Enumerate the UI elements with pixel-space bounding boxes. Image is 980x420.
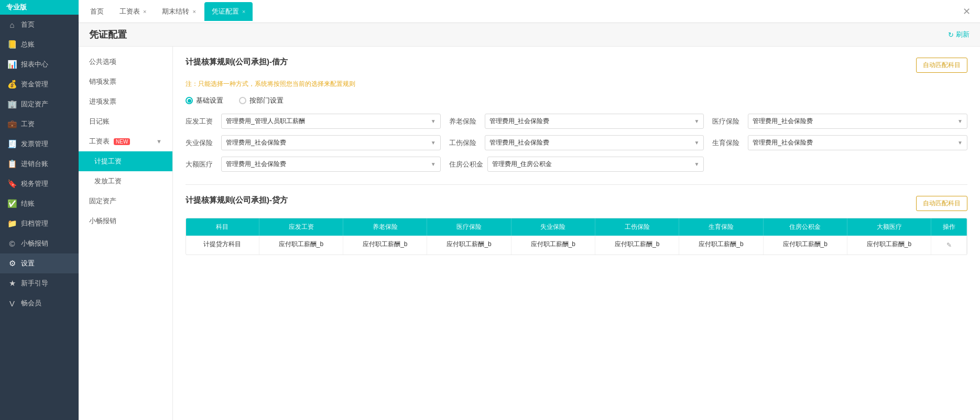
sidebar-item-inventory[interactable]: 📋 进销台账 xyxy=(0,154,79,174)
tab-voucher-config[interactable]: 凭证配置 × xyxy=(204,2,253,21)
app-title: 专业版 xyxy=(0,0,79,15)
sidebar-item-settings-label: 设置 xyxy=(21,259,35,268)
left-nav-public[interactable]: 公共选项 xyxy=(79,52,172,72)
left-nav-fixed-assets[interactable]: 固定资产 xyxy=(79,191,172,211)
settings-icon: ⚙ xyxy=(7,259,17,268)
inventory-icon: 📋 xyxy=(7,159,17,169)
form-select-unemployment[interactable]: 管理费用_社会保险费 ▼ xyxy=(221,135,441,150)
home-icon: ⌂ xyxy=(7,20,17,29)
refresh-button[interactable]: ↻ 刷新 xyxy=(948,30,970,39)
sidebar-item-guide[interactable]: ★ 新手引导 xyxy=(0,273,79,293)
tab-salary-table-close[interactable]: × xyxy=(143,8,146,15)
left-nav-salary-table[interactable]: 工资表 NEW ▼ xyxy=(79,131,172,151)
report-icon: 📊 xyxy=(7,60,17,69)
select-text-major-medical: 管理费用_社会保险费 xyxy=(226,160,286,169)
sidebar-item-guide-label: 新手引导 xyxy=(21,279,48,288)
form-row-injury: 工伤保险 管理费用_社会保险费 ▼ xyxy=(449,135,704,150)
tab-voucher-config-close[interactable]: × xyxy=(242,8,245,15)
col-pension: 养老保险 xyxy=(343,218,427,236)
sidebar-item-ledger[interactable]: 📒 总账 xyxy=(0,35,79,54)
sidebar-item-invoice-label: 发票管理 xyxy=(21,139,48,149)
close-window-btn[interactable]: ✕ xyxy=(957,6,976,17)
form-row-salary: 应发工资 管理费用_管理人员职工薪酬 ▼ xyxy=(186,114,441,129)
sidebar-item-inventory-label: 进销台账 xyxy=(21,159,48,169)
td-birth: 应付职工薪酬_b xyxy=(679,236,763,255)
section-debit-title: 计提核算规则(公司承担)-借方 xyxy=(186,57,288,67)
select-text-birth: 管理费用_社会保险费 xyxy=(753,138,813,147)
select-text-salary: 管理费用_管理人员职工薪酬 xyxy=(226,117,305,126)
tab-period-close-close[interactable]: × xyxy=(192,8,195,15)
form-label-major-medical: 大额医疗 xyxy=(186,160,217,169)
section-debit-header: 计提核算规则(公司承担)-借方 自动匹配科目 xyxy=(186,57,967,73)
sidebar-item-salary[interactable]: 💼 工资 xyxy=(0,114,79,134)
sidebar-item-tax[interactable]: 🔖 税务管理 xyxy=(0,174,79,194)
auto-match-credit-button[interactable]: 自动匹配科目 xyxy=(916,196,967,211)
sidebar-item-report[interactable]: 📊 报表中心 xyxy=(0,54,79,74)
sidebar-item-home[interactable]: ⌂ 首页 xyxy=(0,15,79,35)
form-row-major-medical: 大额医疗 管理费用_社会保险费 ▼ xyxy=(186,157,441,172)
left-nav-xiaochang-report[interactable]: 小畅报销 xyxy=(79,211,172,231)
tab-bar: 首页 工资表 × 期末结转 × 凭证配置 × ✕ xyxy=(79,0,980,23)
radio-basic[interactable]: 基础设置 xyxy=(186,96,223,105)
sidebar: 专业版 ⌂ 首页 📒 总账 📊 报表中心 💰 资金管理 🏢 固定资产 💼 工资 … xyxy=(0,0,79,420)
sidebar-item-assets[interactable]: 🏢 固定资产 xyxy=(0,94,79,114)
td-unemployment: 应付职工薪酬_b xyxy=(511,236,595,255)
edit-icon[interactable]: ✎ xyxy=(946,241,952,249)
radio-dept-label: 按部门设置 xyxy=(249,96,284,105)
left-nav-calc-salary[interactable]: 计提工资 xyxy=(79,151,172,171)
form-label-birth: 生育保险 xyxy=(712,138,744,148)
radio-dept[interactable]: 按部门设置 xyxy=(239,96,284,105)
page-header: 凭证配置 ↻ 刷新 xyxy=(79,23,980,47)
sidebar-item-assets-label: 固定资产 xyxy=(21,100,48,109)
left-nav-credit-invoice[interactable]: 销项发票 xyxy=(79,72,172,92)
sidebar-item-member[interactable]: V 畅会员 xyxy=(0,293,79,313)
form-select-pension[interactable]: 管理费用_社会保险费 ▼ xyxy=(485,114,704,129)
radio-dept-circle xyxy=(239,97,246,104)
tab-salary-table[interactable]: 工资表 × xyxy=(112,2,154,21)
select-text-pension: 管理费用_社会保险费 xyxy=(489,117,550,126)
sidebar-item-xiaochang-label: 小畅报销 xyxy=(21,239,48,248)
col-subject: 科目 xyxy=(186,218,259,236)
form-select-birth[interactable]: 管理费用_社会保险费 ▼ xyxy=(748,135,967,150)
assets-icon: 🏢 xyxy=(7,100,17,109)
form-label-unemployment: 失业保险 xyxy=(186,138,217,148)
form-select-salary[interactable]: 管理费用_管理人员职工薪酬 ▼ xyxy=(221,114,441,129)
credit-table: 科目 应发工资 养老保险 医疗保险 失业保险 工伤保险 生育保险 住房公积金 大… xyxy=(186,218,967,255)
left-nav-journal[interactable]: 日记账 xyxy=(79,112,172,131)
col-injury: 工伤保险 xyxy=(595,218,679,236)
sidebar-item-settle[interactable]: ✅ 结账 xyxy=(0,194,79,214)
sidebar-item-fund-label: 资金管理 xyxy=(21,80,48,89)
sidebar-item-xiaochang[interactable]: © 小畅报销 xyxy=(0,234,79,253)
td-major-medical: 应付职工薪酬_b xyxy=(847,236,931,255)
left-nav-pay-salary[interactable]: 发放工资 xyxy=(79,171,172,191)
tab-home[interactable]: 首页 xyxy=(83,2,111,21)
form-select-medical[interactable]: 管理费用_社会保险费 ▼ xyxy=(748,114,967,129)
radio-group: 基础设置 按部门设置 xyxy=(186,96,967,105)
td-action[interactable]: ✎ xyxy=(931,236,967,255)
form-select-major-medical[interactable]: 管理费用_社会保险费 ▼ xyxy=(221,157,441,172)
form-row-medical: 医疗保险 管理费用_社会保险费 ▼ xyxy=(712,114,967,129)
radio-basic-label: 基础设置 xyxy=(196,96,223,105)
form-select-housing[interactable]: 管理费用_住房公积金 ▼ xyxy=(487,157,704,172)
td-housing: 应付职工薪酬_b xyxy=(763,236,847,255)
left-nav-debit-invoice[interactable]: 进项发票 xyxy=(79,92,172,112)
sidebar-item-tax-label: 税务管理 xyxy=(21,179,48,189)
auto-match-debit-button[interactable]: 自动匹配科目 xyxy=(916,58,967,73)
form-label-medical: 医疗保险 xyxy=(712,117,744,126)
form-row-housing: 住房公积金 管理费用_住房公积金 ▼ xyxy=(449,157,704,172)
td-injury: 应付职工薪酬_b xyxy=(595,236,679,255)
sidebar-item-settings[interactable]: ⚙ 设置 xyxy=(0,253,79,273)
select-text-housing: 管理费用_住房公积金 xyxy=(492,160,552,169)
tab-period-close[interactable]: 期末结转 × xyxy=(155,2,203,21)
col-action: 操作 xyxy=(931,218,967,236)
member-icon: V xyxy=(7,299,17,308)
sidebar-item-fund[interactable]: 💰 资金管理 xyxy=(0,74,79,94)
table-row: 计提贷方科目 应付职工薪酬_b 应付职工薪酬_b 应付职工薪酬_b xyxy=(186,236,967,255)
sidebar-item-archive[interactable]: 📁 归档管理 xyxy=(0,214,79,234)
left-nav: 公共选项 销项发票 进项发票 日记账 工资表 NEW ▼ 计提工资 发放工资 xyxy=(79,47,173,420)
sidebar-item-ledger-label: 总账 xyxy=(21,40,35,49)
section-credit-header: 计提核算规则(公司承担)-贷方 自动匹配科目 xyxy=(186,195,967,212)
sidebar-item-invoice[interactable]: 🧾 发票管理 xyxy=(0,134,79,154)
form-select-injury[interactable]: 管理费用_社会保险费 ▼ xyxy=(485,135,704,150)
col-salary: 应发工资 xyxy=(259,218,343,236)
